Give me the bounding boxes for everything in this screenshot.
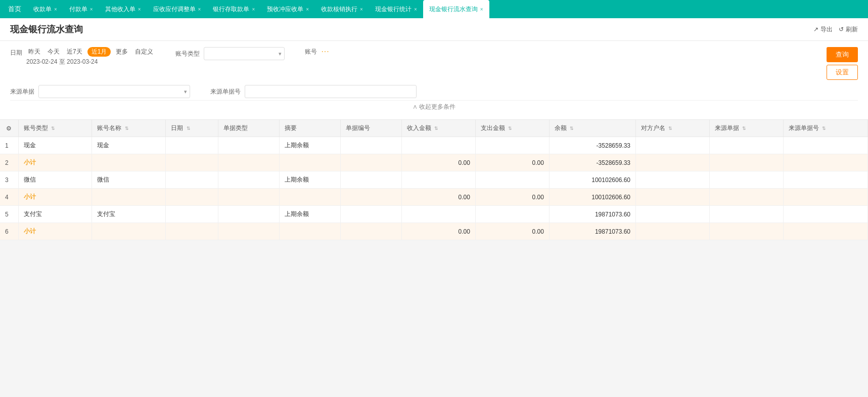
filter-area: 日期 昨天 今天 近7天 近1月 更多 自定义 2023-02-24 至 202…	[0, 41, 868, 120]
cell-doc-no	[341, 223, 402, 240]
cell-summary	[280, 154, 341, 171]
cell-account-name: 现金	[92, 137, 166, 154]
cell-doc-no	[341, 154, 402, 171]
th-gear[interactable]: ⚙	[0, 120, 18, 137]
cell-source-doc-no	[783, 137, 867, 154]
cell-account-type: 微信	[18, 171, 92, 189]
th-doc-no: 单据编号	[341, 120, 402, 137]
cell-num: 1	[0, 137, 18, 154]
nav-tab-qitashouru[interactable]: 其他收入单 ×	[99, 0, 147, 18]
sort-icon: ⇅	[822, 126, 826, 131]
refresh-button[interactable]: ↺ 刷新	[839, 25, 858, 34]
cell-balance: 100102606.60	[549, 189, 635, 206]
close-icon[interactable]: ×	[480, 7, 483, 12]
table-row: 6小计0.000.0019871073.60	[0, 223, 868, 240]
query-button[interactable]: 查询	[827, 47, 858, 62]
cell-expense: 0.00	[475, 189, 549, 206]
cell-num: 5	[0, 206, 18, 223]
cell-doc-type	[218, 171, 280, 189]
source-doc-filter: 来源单据	[10, 85, 190, 98]
cell-balance: 100102606.60	[549, 171, 635, 189]
cell-expense: 0.00	[475, 154, 549, 171]
cell-source-doc-no	[783, 171, 867, 189]
table-row: 1现金现金上期余额-3528659.33	[0, 137, 868, 154]
nav-tab-shoukuan[interactable]: 收款单 ×	[27, 0, 63, 18]
cell-date	[166, 189, 218, 206]
th-expense[interactable]: 支出金额 ⇅	[475, 120, 549, 137]
nav-home[interactable]: 首页	[2, 0, 27, 18]
cell-doc-no	[341, 189, 402, 206]
source-doc-select[interactable]	[38, 85, 190, 98]
date-label: 日期	[10, 49, 22, 57]
th-account-name[interactable]: 账号名称 ⇅	[92, 120, 166, 137]
nav-tab-xianjin-query[interactable]: 现金银行流水查询 ×	[423, 0, 489, 18]
close-icon[interactable]: ×	[54, 7, 57, 12]
cell-expense	[475, 137, 549, 154]
th-source-doc-no[interactable]: 来源单据号 ⇅	[783, 120, 867, 137]
cell-income: 0.00	[401, 189, 475, 206]
source-doc-select-wrapper	[38, 85, 190, 98]
cell-date	[166, 206, 218, 223]
sort-icon: ⇅	[434, 126, 438, 131]
cell-source-doc-no	[783, 189, 867, 206]
nav-tab-xianjin-stat[interactable]: 现金银行统计 ×	[369, 0, 423, 18]
cell-account-name	[92, 154, 166, 171]
page-header: 现金银行流水查询 ↗ 导出 ↺ 刷新	[0, 18, 868, 41]
cell-source-doc	[709, 189, 783, 206]
date-shortcut-1month[interactable]: 近1月	[87, 47, 111, 57]
nav-tab-fukuan[interactable]: 付款单 ×	[63, 0, 99, 18]
cell-doc-no	[341, 171, 402, 189]
th-balance[interactable]: 余额 ⇅	[549, 120, 635, 137]
close-icon[interactable]: ×	[252, 7, 255, 12]
date-shortcut-custom[interactable]: 自定义	[133, 47, 155, 57]
source-doc-no-input[interactable]	[245, 85, 417, 98]
source-doc-no-filter: 来源单据号	[210, 85, 417, 98]
close-icon[interactable]: ×	[414, 7, 417, 12]
cell-expense: 0.00	[475, 223, 549, 240]
account-type-select[interactable]	[204, 47, 285, 60]
nav-tab-yushou[interactable]: 预收冲应收单 ×	[261, 0, 315, 18]
cell-date	[166, 154, 218, 171]
th-source-doc[interactable]: 来源单据 ⇅	[709, 120, 783, 137]
cell-counterpart	[636, 154, 710, 171]
header-actions: ↗ 导出 ↺ 刷新	[813, 25, 858, 34]
cell-summary: 上期余额	[280, 206, 341, 223]
nav-tab-shoukuanhe[interactable]: 收款核销执行 ×	[315, 0, 369, 18]
nav-tab-yingshouyingfu[interactable]: 应收应付调整单 ×	[147, 0, 207, 18]
cell-income	[401, 206, 475, 223]
close-icon[interactable]: ×	[306, 7, 309, 12]
top-nav: 首页 收款单 × 付款单 × 其他收入单 × 应收应付调整单 × 银行存取款单 …	[0, 0, 868, 18]
date-shortcut-list: 昨天 今天 近7天 近1月 更多 自定义	[26, 47, 155, 57]
account-more-icon[interactable]: ···	[321, 47, 329, 56]
cell-doc-no	[341, 137, 402, 154]
settings-button[interactable]: 设置	[827, 65, 858, 80]
close-icon[interactable]: ×	[198, 7, 201, 12]
cell-account-name	[92, 189, 166, 206]
close-icon[interactable]: ×	[90, 7, 93, 12]
th-counterpart[interactable]: 对方户名 ⇅	[636, 120, 710, 137]
date-shortcut-more[interactable]: 更多	[114, 47, 130, 57]
cell-date	[166, 223, 218, 240]
cell-source-doc-no	[783, 154, 867, 171]
date-shortcut-today[interactable]: 今天	[45, 47, 62, 57]
th-income[interactable]: 收入金额 ⇅	[401, 120, 475, 137]
nav-tab-yinhangcunqu[interactable]: 银行存取款单 ×	[207, 0, 261, 18]
table-row: 5支付宝支付宝上期余额19871073.60	[0, 206, 868, 223]
cell-summary: 上期余额	[280, 171, 341, 189]
cell-balance: 19871073.60	[549, 223, 635, 240]
date-shortcut-7days[interactable]: 近7天	[65, 47, 84, 57]
source-doc-no-label: 来源单据号	[210, 87, 241, 96]
cell-source-doc	[709, 206, 783, 223]
table-row: 2小计0.000.00-3528659.33	[0, 154, 868, 171]
sort-icon: ⇅	[668, 126, 672, 131]
date-shortcut-yesterday[interactable]: 昨天	[26, 47, 42, 57]
export-button[interactable]: ↗ 导出	[813, 25, 833, 34]
close-icon[interactable]: ×	[360, 7, 363, 12]
collapse-bar[interactable]: ∧ 收起更多条件	[10, 100, 858, 113]
account-type-label: 账号类型	[175, 50, 200, 58]
th-date[interactable]: 日期 ⇅	[166, 120, 218, 137]
th-account-type[interactable]: 账号类型 ⇅	[18, 120, 92, 137]
cell-doc-type	[218, 189, 280, 206]
cell-expense	[475, 206, 549, 223]
close-icon[interactable]: ×	[138, 7, 141, 12]
